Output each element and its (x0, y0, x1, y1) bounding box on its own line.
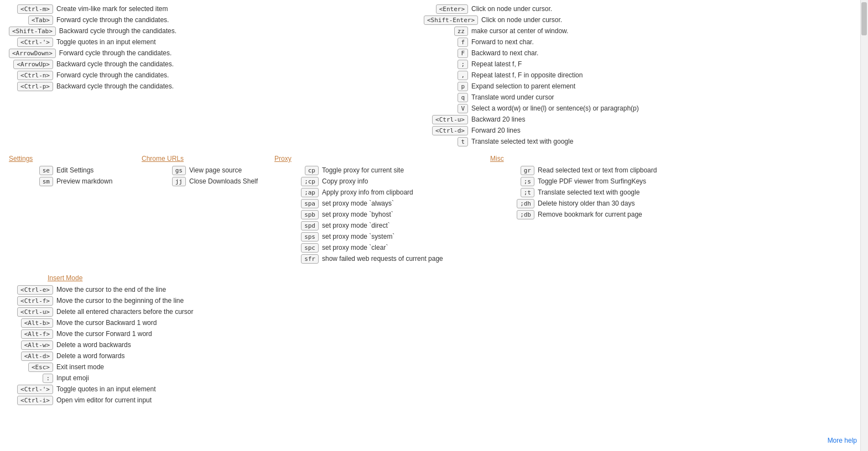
shortcut-desc: Click on node under cursor. (471, 5, 700, 13)
shortcut-row: ,Repeat latest f, F in opposite directio… (424, 71, 700, 80)
proxy-rows: cpToggle proxy for current site;cpCopy p… (274, 166, 479, 264)
key-badge: ;dh (517, 199, 534, 208)
shortcut-desc: Delete a word backwards (56, 341, 859, 349)
key-badge: sm (39, 177, 53, 186)
scrollbar-thumb[interactable] (861, 2, 867, 35)
shortcut-row: <Enter>Click on node under cursor. (424, 4, 700, 14)
shortcut-row: <Ctrl-'>Toggle quotes in an input elemen… (9, 38, 413, 47)
key-badge: : (43, 374, 53, 383)
shortcut-row: spcset proxy mode `clear` (274, 243, 479, 253)
key-badge: , (458, 71, 468, 80)
shortcut-desc: Click on node under cursor. (481, 16, 700, 24)
shortcut-desc: show failed web requests of current page (322, 255, 479, 263)
insert-mode-title: Insert Mode (48, 274, 859, 282)
more-help-link[interactable]: More help (828, 437, 857, 444)
shortcut-row: spaset proxy mode `always` (274, 199, 479, 208)
shortcut-row: ;sToggle PDF viewer from SurfingKeys (490, 177, 700, 186)
shortcut-row: tTranslate selected text with google (424, 137, 700, 146)
key-badge: t (458, 137, 468, 146)
chrome-url-rows: gsView page sourcejjClose Downloads Shel… (142, 166, 263, 186)
shortcut-desc: Toggle PDF viewer from SurfingKeys (538, 177, 700, 185)
scrollbar[interactable] (860, 0, 868, 451)
shortcut-desc: Toggle quotes in an input element (56, 38, 413, 46)
top-col-left: <Ctrl-m>Create vim-like mark for selecte… (9, 4, 413, 148)
shortcut-desc: Repeat latest f, F in opposite direction (471, 71, 700, 79)
shortcut-row: <Esc>Exit insert mode (9, 363, 859, 372)
key-badge: gs (172, 166, 186, 175)
shortcut-desc: set proxy mode `clear` (322, 244, 479, 251)
key-badge: <Alt-f> (21, 329, 53, 339)
key-badge: cp (305, 166, 319, 175)
shortcut-row: ;dhDelete history older than 30 days (490, 199, 700, 208)
key-badge: <Shift-Enter> (424, 15, 478, 25)
key-badge: V (458, 104, 468, 113)
shortcut-row: zzmake cursor at center of window. (424, 27, 700, 36)
shortcut-row: <ArrowDown>Forward cycle through the can… (9, 49, 413, 58)
key-badge: spd (301, 221, 319, 230)
shortcut-row: seEdit Settings (9, 166, 131, 175)
shortcut-row: pExpand selection to parent element (424, 82, 700, 91)
proxy-col: Proxy cpToggle proxy for current site;cp… (274, 155, 479, 265)
shortcut-desc: Backward 20 lines (471, 116, 700, 123)
key-badge: sps (301, 232, 319, 242)
shortcut-desc: Move the cursor Forward 1 word (56, 330, 859, 338)
top-right-rows: <Enter>Click on node under cursor.<Shift… (424, 4, 700, 146)
shortcut-desc: Delete all entered characters before the… (56, 308, 859, 316)
chrome-urls-title: Chrome URLs (142, 155, 263, 162)
shortcut-desc: Forward cycle through the candidates. (56, 16, 413, 24)
key-badge: <Ctrl-d> (432, 126, 468, 135)
shortcut-row: <Ctrl-i>Open vim editor for current inpu… (9, 396, 859, 405)
page-wrapper: <Ctrl-m>Create vim-like mark for selecte… (0, 0, 868, 451)
shortcut-desc: Expand selection to parent element (471, 82, 700, 90)
shortcut-row: ;cpCopy proxy info (274, 177, 479, 186)
key-badge: <Enter> (436, 4, 468, 14)
settings-col: Settings seEdit SettingssmPreview markdo… (9, 155, 131, 265)
key-badge: ;cp (301, 177, 319, 186)
shortcut-desc: Move the cursor to the end of the line (56, 286, 859, 293)
shortcut-row: ;Repeat latest f, F (424, 60, 700, 69)
shortcut-row: <Ctrl-d>Forward 20 lines (424, 126, 700, 135)
shortcut-desc: Forward cycle through the candidates. (56, 71, 413, 79)
shortcut-row: grRead selected text or text from clipbo… (490, 166, 700, 175)
shortcut-row: FBackward to next char. (424, 49, 700, 58)
key-badge: <Alt-b> (21, 318, 53, 328)
key-badge: spc (301, 243, 319, 253)
shortcut-desc: Delete history older than 30 days (538, 200, 700, 207)
key-badge: <Tab> (28, 15, 53, 25)
shortcut-desc: Create vim-like mark for selected item (56, 5, 413, 13)
shortcut-desc: Move the cursor to the beginning of the … (56, 297, 859, 305)
misc-col: Misc grRead selected text or text from c… (490, 155, 700, 265)
key-badge: ; (458, 60, 468, 69)
misc-title: Misc (490, 155, 700, 162)
key-badge: <Alt-w> (21, 340, 53, 350)
key-badge: <Ctrl-i> (17, 396, 53, 405)
shortcut-desc: Open vim editor for current input (56, 396, 859, 404)
shortcut-row: <ArrowUp>Backward cycle through the cand… (9, 60, 413, 69)
shortcut-desc: set proxy mode `always` (322, 200, 479, 207)
shortcut-row: <Shift-Enter>Click on node under cursor. (424, 15, 700, 25)
shortcut-desc: set proxy mode `direct` (322, 222, 479, 229)
key-badge: <Ctrl-p> (17, 82, 53, 91)
key-badge: ;s (521, 177, 534, 186)
shortcut-row: <Ctrl-e>Move the cursor to the end of th… (9, 285, 859, 295)
key-badge: <Esc> (28, 363, 53, 372)
shortcut-row: <Alt-w>Delete a word backwards (9, 340, 859, 350)
shortcut-desc: Read selected text or text from clipboar… (538, 166, 700, 174)
key-badge: <Ctrl-'> (17, 38, 53, 47)
shortcut-row: gsView page source (142, 166, 263, 175)
key-badge: gr (521, 166, 534, 175)
shortcut-row: cpToggle proxy for current site (274, 166, 479, 175)
shortcut-row: spsset proxy mode `system` (274, 232, 479, 242)
shortcut-desc: Translate word under cursor (471, 93, 700, 101)
misc-rows: grRead selected text or text from clipbo… (490, 166, 700, 219)
shortcut-desc: Edit Settings (56, 166, 131, 174)
key-badge: <Ctrl-n> (17, 71, 53, 80)
shortcut-desc: Remove bookmark for current page (538, 211, 700, 218)
shortcut-row: <Ctrl-'>Toggle quotes in an input elemen… (9, 385, 859, 394)
key-badge: <Ctrl-f> (17, 296, 53, 306)
key-badge: jj (172, 177, 186, 186)
insert-rows: <Ctrl-e>Move the cursor to the end of th… (9, 285, 859, 405)
shortcut-desc: Close Downloads Shelf (189, 177, 263, 185)
middle-section: Settings seEdit SettingssmPreview markdo… (9, 155, 859, 265)
shortcut-desc: Backward cycle through the candidates. (59, 27, 413, 35)
